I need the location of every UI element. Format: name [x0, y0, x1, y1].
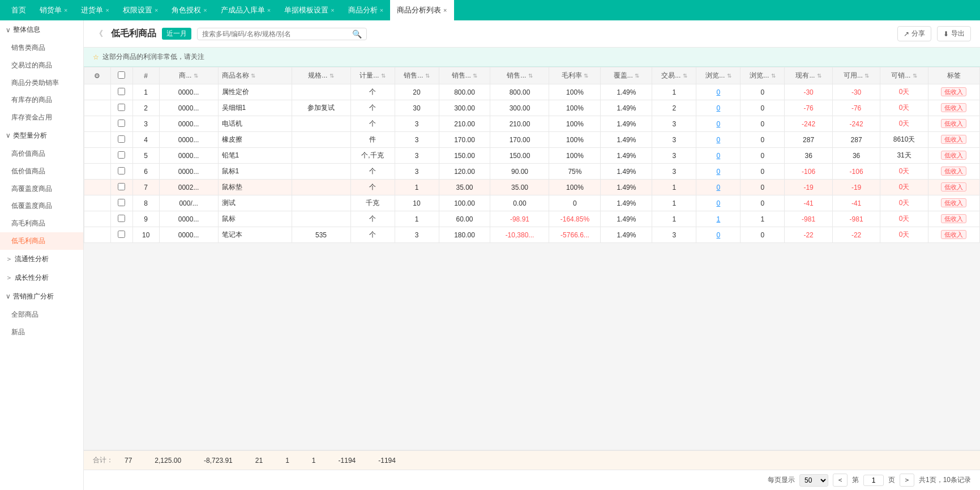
close-icon[interactable]: ×	[331, 7, 334, 14]
prev-page-button[interactable]: ＜	[833, 474, 848, 487]
close-icon[interactable]: ×	[203, 7, 207, 14]
sidebar-group-growth[interactable]: ＞ 成长性分析	[0, 269, 83, 287]
check-all-checkbox[interactable]	[118, 71, 125, 79]
share-button[interactable]: ↗ 分享	[897, 26, 931, 41]
nav-template-settings[interactable]: 单据模板设置×	[277, 0, 341, 20]
search-icon[interactable]: 🔍	[352, 29, 362, 39]
row-check[interactable]	[118, 151, 125, 159]
row-browse1[interactable]: 0	[696, 164, 741, 180]
sidebar-item-traded-goods[interactable]: 交易过的商品	[0, 57, 83, 74]
row-checkbox[interactable]	[110, 211, 132, 227]
col-browse2[interactable]: 浏览... ⇅	[741, 67, 785, 84]
row-check[interactable]	[118, 104, 125, 111]
row-check[interactable]	[118, 183, 125, 190]
sidebar-group-circulation[interactable]: ＞ 流通性分析	[0, 250, 83, 269]
row-browse1[interactable]: 0	[696, 180, 741, 195]
row-browse1[interactable]: 0	[696, 116, 741, 132]
row-code: 0000...	[159, 227, 218, 243]
row-browse1[interactable]: 0	[696, 100, 741, 116]
sidebar-item-all-goods[interactable]: 全部商品	[0, 306, 83, 323]
export-button[interactable]: ⬇ 导出	[937, 26, 971, 41]
close-icon[interactable]: ×	[267, 7, 271, 14]
row-checkbox[interactable]	[110, 148, 132, 164]
col-check-all[interactable]	[110, 67, 132, 84]
row-check[interactable]	[118, 135, 125, 143]
row-unit: 个	[350, 180, 395, 195]
nav-roles[interactable]: 角色授权×	[165, 0, 213, 20]
sidebar-group-overall[interactable]: ∨ 整体信息	[0, 20, 83, 39]
nav-home[interactable]: 首页	[5, 0, 33, 20]
sidebar-group-type-analysis[interactable]: ∨ 类型量分析	[0, 126, 83, 145]
row-usable: -19	[832, 180, 880, 195]
row-no: 9	[132, 211, 159, 227]
close-icon[interactable]: ×	[64, 7, 67, 14]
close-icon[interactable]: ×	[105, 7, 109, 14]
row-check[interactable]	[118, 120, 125, 127]
sidebar-item-low-value[interactable]: 低价值商品	[0, 163, 83, 180]
row-checkbox[interactable]	[110, 180, 132, 195]
sidebar-item-high-coverage[interactable]: 高覆盖度商品	[0, 180, 83, 198]
row-checkbox[interactable]	[110, 227, 132, 243]
col-unit[interactable]: 计量... ⇅	[350, 67, 395, 84]
sidebar-item-inventory-goods[interactable]: 有库存的商品	[0, 91, 83, 109]
row-checkbox[interactable]	[110, 116, 132, 132]
col-trade-count[interactable]: 交易... ⇅	[652, 67, 696, 84]
row-code: 0000...	[159, 100, 218, 116]
sidebar-group-marketing[interactable]: ∨ 营销推广分析	[0, 287, 83, 306]
col-settings[interactable]: ⚙	[84, 67, 111, 84]
col-product-code[interactable]: 商... ⇅	[159, 67, 218, 84]
sidebar-item-inventory-capital[interactable]: 库存资金占用	[0, 109, 83, 126]
row-check[interactable]	[118, 167, 125, 174]
sidebar-item-sales-goods[interactable]: 销售类商品	[0, 39, 83, 57]
row-browse1[interactable]: 0	[696, 132, 741, 148]
col-usable-stock[interactable]: 可用... ⇅	[832, 67, 880, 84]
col-sales-price[interactable]: 销售... ⇅	[439, 67, 490, 84]
next-page-button[interactable]: ＞	[900, 474, 914, 487]
col-sales-qty[interactable]: 销售... ⇅	[395, 67, 439, 84]
nav-purchase[interactable]: 进货单×	[74, 0, 115, 20]
row-check[interactable]	[118, 231, 125, 238]
col-current-stock[interactable]: 现有... ⇅	[785, 67, 832, 84]
col-gross-rate[interactable]: 毛利率 ⇅	[549, 67, 601, 84]
search-input[interactable]	[202, 30, 352, 38]
row-checkbox[interactable]	[110, 164, 132, 180]
sidebar-item-category-rate[interactable]: 商品分类助销率	[0, 74, 83, 92]
col-product-name[interactable]: 商品名称 ⇅	[218, 67, 292, 84]
sidebar-item-low-coverage[interactable]: 低覆盖度商品	[0, 197, 83, 215]
close-icon[interactable]: ×	[155, 7, 158, 14]
page-size-select[interactable]: 50100	[799, 474, 828, 487]
sidebar-collapse-button[interactable]: 《	[93, 27, 105, 41]
close-icon[interactable]: ×	[380, 7, 383, 14]
row-browse1[interactable]: 0	[696, 148, 741, 164]
col-sellable-days[interactable]: 可销... ⇅	[880, 67, 928, 84]
sidebar-item-high-value[interactable]: 高价值商品	[0, 145, 83, 163]
nav-product-analysis[interactable]: 商品分析×	[341, 0, 390, 20]
row-checkbox[interactable]	[110, 84, 132, 100]
col-browse1[interactable]: 浏览... ⇅	[696, 67, 741, 84]
nav-product-analysis-list[interactable]: 商品分析列表×	[390, 0, 453, 20]
col-spec[interactable]: 规格... ⇅	[292, 67, 350, 84]
col-cover-rate[interactable]: 覆盖... ⇅	[601, 67, 652, 84]
nav-sales[interactable]: 销货单×	[33, 0, 74, 20]
sidebar-item-low-margin[interactable]: 低毛利商品	[0, 232, 83, 250]
nav-permissions[interactable]: 权限设置×	[116, 0, 165, 20]
sidebar-item-high-margin[interactable]: 高毛利商品	[0, 215, 83, 232]
row-checkbox[interactable]	[110, 195, 132, 211]
row-browse1[interactable]: 0	[696, 84, 741, 100]
page-number-input[interactable]	[863, 475, 884, 486]
close-icon[interactable]: ×	[443, 7, 447, 14]
row-sales-price: 300.00	[439, 100, 490, 116]
sidebar-item-new-goods[interactable]: 新品	[0, 323, 83, 341]
row-check[interactable]	[118, 199, 125, 206]
row-checkbox[interactable]	[110, 132, 132, 148]
tag-badge: 低收入	[941, 182, 966, 191]
row-check[interactable]	[118, 88, 125, 95]
col-sales-profit[interactable]: 销售... ⇅	[490, 67, 549, 84]
nav-product-inbound[interactable]: 产成品入库单×	[214, 0, 277, 20]
row-browse1[interactable]: 1	[696, 211, 741, 227]
row-checkbox[interactable]	[110, 100, 132, 116]
date-badge[interactable]: 近一月	[162, 28, 191, 40]
row-check[interactable]	[118, 215, 125, 222]
row-browse1[interactable]: 0	[696, 195, 741, 211]
row-browse1[interactable]: 0	[696, 227, 741, 243]
